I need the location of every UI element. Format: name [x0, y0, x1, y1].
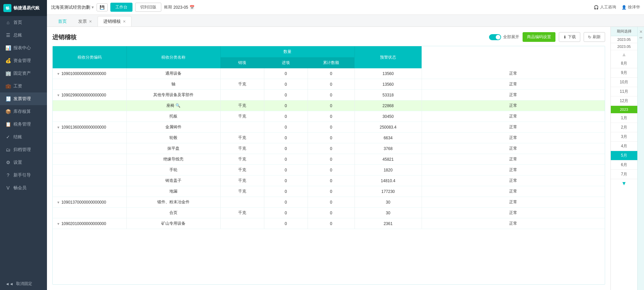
sidebar-item-ledger[interactable]: ☰ 总账 [0, 29, 47, 42]
period-month-row[interactable]: 6月 [611, 160, 637, 170]
home-icon: ⌂ [5, 20, 11, 25]
sidebar-item-label: 归档管理 [13, 147, 31, 153]
table-cell-unit: 千克 [220, 79, 264, 90]
tab-invoice-close[interactable]: ✕ [89, 19, 92, 24]
table-cell-purchase: 0 [308, 90, 355, 100]
tab-home[interactable]: 首页 [52, 16, 72, 26]
table-cell-sales: 0 [264, 154, 308, 165]
period-month-row[interactable]: 8月 [611, 59, 637, 68]
panel-collapse-icon[interactable]: ✕ [639, 29, 643, 34]
table-cell-unit: 千克 [220, 133, 264, 143]
expand-icon[interactable]: ▼ [57, 201, 60, 204]
sidebar-item-assets[interactable]: 🏢 固定资产 [0, 67, 47, 80]
table-cell-unit: 千克 [220, 186, 264, 197]
period-month-row[interactable]: 12月 [611, 96, 637, 106]
expand-icon[interactable]: ▼ [57, 93, 60, 97]
tab-invoice[interactable]: 发票 ✕ [72, 16, 98, 26]
sidebar-item-settings[interactable]: ⚙ 设置 [0, 156, 47, 169]
table-cell-unit: 千克 [220, 175, 264, 186]
table-cell-purchase: 0 [308, 175, 355, 186]
table-cell-purchase: 0 [308, 122, 355, 133]
product-code-btn[interactable]: 商品编码设置 [523, 32, 555, 42]
tax-icon: 📋 [5, 122, 11, 127]
table-cell-purchase: 0 [308, 165, 355, 175]
sidebar-item-tax[interactable]: 📋 税务管理 [0, 118, 47, 131]
content-area: 进销稽核 全部展开 商品编码设置 ⬇ 下载 ↻ 刷新 [47, 27, 610, 290]
sidebar-item-member[interactable]: V 畅会员 [0, 182, 47, 194]
table-cell-code: ▼10901360000000000000 [53, 122, 126, 133]
period-year-top-1: 2023.05 [611, 36, 637, 43]
user-profile[interactable]: 👤 徐泽华 [622, 4, 640, 10]
period-label: 账期 [164, 4, 172, 10]
table-cell-warning: 正常 [422, 79, 605, 90]
table-cell-purchase: 0 [308, 154, 355, 165]
period-scroll-down[interactable]: ▼ [611, 179, 637, 188]
guide-icon: ? [5, 172, 11, 178]
period-month-row[interactable]: 7月 [611, 170, 637, 179]
sidebar-item-settle[interactable]: ✓ 结账 [0, 131, 47, 143]
table-cell-code [53, 175, 126, 186]
support-button[interactable]: 🎧 人工咨询 [594, 4, 616, 10]
sidebar-item-guide[interactable]: ? 新手引导 [0, 169, 47, 182]
period-month-row[interactable]: 10月 [611, 78, 637, 87]
th-total: 累计数额 [308, 57, 355, 68]
table-cell-unit [220, 122, 264, 133]
sidebar-item-inventory[interactable]: 📦 库存核算 [0, 105, 47, 118]
sidebar-item-archive[interactable]: 🗂 归档管理 [0, 143, 47, 156]
period-panel-header: 期间选择 [611, 27, 637, 36]
sidebar-item-label: 报表中心 [13, 45, 31, 51]
workbench-button[interactable]: 工作台 [110, 3, 132, 12]
switch-version-button[interactable]: 切到旧版 [135, 3, 161, 12]
period-month-row[interactable]: 9月 [611, 68, 637, 78]
table-cell-purchase: 0 [308, 79, 355, 90]
sidebar-item-invoice[interactable]: 🧾 发票管理 [0, 92, 47, 105]
expand-icon[interactable]: ▼ [57, 126, 60, 129]
table-cell-total: 250083.4 [355, 122, 422, 133]
period-month-row[interactable]: 11月 [611, 87, 637, 96]
table-cell-total: 2361 [355, 218, 422, 229]
sidebar-item-home[interactable]: ⌂ 首页 [0, 16, 47, 29]
table-cell-name: 绝缘导线壳 [126, 154, 220, 165]
expand-icon[interactable]: ▼ [57, 72, 60, 76]
inventory-icon: 📦 [5, 109, 11, 114]
period-scroll-up[interactable]: ▲ [611, 50, 637, 59]
sidebar-item-report[interactable]: 📊 报表中心 [0, 42, 47, 54]
period-month-row[interactable]: 2月 [611, 123, 637, 132]
panel-expand-icon[interactable]: ⇔ [639, 35, 642, 40]
period-month-row[interactable]: 5月 [611, 151, 637, 160]
pin-icon: ◄◄ [5, 282, 13, 286]
user-icon: 👤 [622, 5, 627, 10]
period-month-row[interactable]: 4月 [611, 142, 637, 151]
table-cell-purchase: 0 [308, 100, 355, 111]
settle-icon: ✓ [5, 134, 11, 140]
ledger-icon: ☰ [5, 32, 11, 38]
table-cell-total: 45821 [355, 154, 422, 165]
unpin-button[interactable]: ◄◄ 取消固定 [0, 278, 47, 290]
table-cell-unit [220, 90, 264, 100]
tab-check[interactable]: 进销稽核 ✕ [98, 16, 131, 26]
sidebar-item-payroll[interactable]: 💼 工资 [0, 80, 47, 92]
period-month-row[interactable]: 1月 [611, 114, 637, 123]
table-cell-purchase: 0 [308, 186, 355, 197]
tab-check-close[interactable]: ✕ [123, 19, 126, 24]
table-cell-unit [220, 218, 264, 229]
magnify-icon[interactable]: 🔍 [175, 103, 180, 108]
download-btn[interactable]: ⬇ 下载 [559, 32, 580, 42]
sidebar-item-label: 工资 [13, 83, 22, 89]
th-tax-name: 税收分类名称 [126, 46, 220, 68]
table-cell-sales: 0 [264, 122, 308, 133]
table-cell-name: 托板 [126, 111, 220, 122]
assets-icon: 🏢 [5, 71, 11, 76]
company-selector[interactable]: 沈海英测试经营勿删 ▾ [51, 4, 94, 10]
table-cell-total: 22868 [355, 100, 422, 111]
sidebar-item-finance[interactable]: 💰 资金管理 [0, 54, 47, 67]
expand-icon[interactable]: ▼ [57, 222, 60, 226]
refresh-btn[interactable]: ↻ 刷新 [584, 32, 605, 42]
calendar-icon[interactable]: 📅 [190, 5, 195, 10]
table-cell-name: 座椅 🔍 [126, 100, 220, 111]
archive-icon-btn[interactable]: 💾 [97, 3, 108, 11]
period-month-row[interactable]: 3月 [611, 132, 637, 142]
expand-toggle[interactable] [489, 34, 501, 40]
table-cell-name: 锻件、粉末冶金件 [126, 197, 220, 208]
sidebar-item-label: 库存核算 [13, 108, 31, 115]
